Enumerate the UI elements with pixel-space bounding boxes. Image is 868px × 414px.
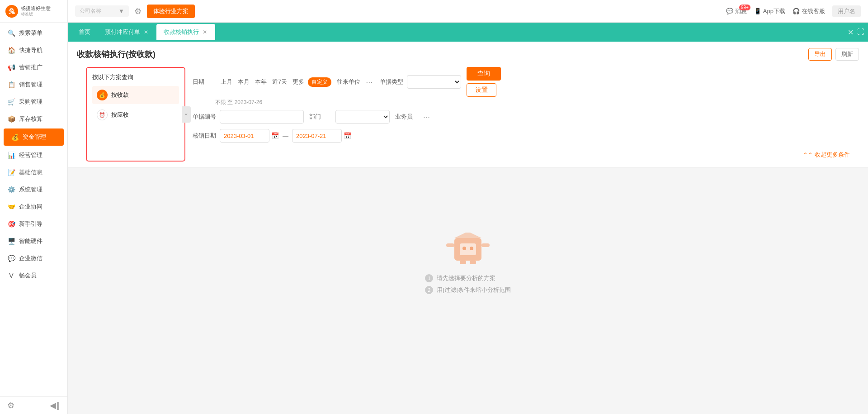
nav-label-7: 经营管理 (19, 151, 42, 159)
app-download-label: App下载 (763, 7, 785, 15)
nav-label-10: 企业协同 (19, 203, 42, 211)
nav-icon-4: 🛒 (7, 98, 15, 105)
verify-date-start-input[interactable] (220, 129, 269, 143)
verify-date-range: 📅 — 📅 (220, 129, 351, 143)
filter-row-2: 单据编号 部门 业务员 ··· (193, 110, 850, 124)
chevron-up-icon: ⌃⌃ (803, 152, 813, 158)
doc-no-label: 单据编号 (193, 113, 216, 121)
company-selector[interactable]: 公司名称 ▼ (75, 5, 129, 17)
sidebar-item-资金管理[interactable]: 💰资金管理 (4, 128, 64, 146)
last-7days-shortcut[interactable]: 近7天 (270, 77, 289, 87)
topbar-right: 💬 消息 99+ 📱 App下载 🎧 在线客服 用户名 (726, 5, 861, 17)
tip-num-2: 2 (425, 286, 433, 294)
expand-icon[interactable]: ⛶ (857, 28, 864, 37)
start-calendar-icon[interactable]: 📅 (271, 132, 279, 139)
sidebar-item-采购管理[interactable]: 🛒采购管理 (0, 93, 67, 110)
sidebar-item-营销推广[interactable]: 📢营销推广 (0, 59, 67, 76)
tab-collection-verification[interactable]: 收款核销执行 ✕ (156, 24, 215, 40)
empty-illustration (441, 220, 495, 265)
doc-type-select[interactable] (407, 75, 461, 89)
dept-field: 部门 (309, 110, 390, 124)
tab-home[interactable]: 首页 (71, 24, 98, 40)
user-name: 用户名 (838, 8, 855, 14)
refresh-button[interactable]: 刷新 (835, 48, 859, 61)
dept-select[interactable] (335, 110, 390, 124)
query-buttons: 查询 设置 (467, 67, 501, 97)
logo-text: 畅捷通好生意 (21, 5, 51, 11)
message-button[interactable]: 💬 消息 99+ (726, 7, 747, 15)
filter-panel: 按以下方案查询 💰 按收款 ⏰ 按应收 « (86, 67, 185, 162)
tab-prepay[interactable]: 预付冲应付单 ✕ (98, 24, 156, 40)
sidebar-item-新手引导[interactable]: 🎯新手引导 (0, 215, 67, 233)
sidebar-item-系统管理[interactable]: ⚙️系统管理 (0, 181, 67, 198)
sidebar-item-企业微信[interactable]: 💬企业微信 (0, 250, 67, 267)
date-label: 日期 (193, 78, 215, 86)
export-button[interactable]: 导出 (808, 48, 832, 61)
doc-no-field: 单据编号 (193, 110, 304, 124)
collapse-left-icon: « (185, 112, 188, 117)
sidebar-item-基础信息[interactable]: 📝基础信息 (0, 164, 67, 181)
message-badge: 99+ (739, 5, 750, 10)
nav-icon-9: ⚙️ (7, 186, 15, 193)
counterparty-dots-btn[interactable]: ··· (364, 77, 374, 87)
empty-svg (441, 220, 495, 265)
company-name: 公司名称 (80, 7, 116, 15)
page-title: 收款核销执行(按收款) (77, 49, 156, 60)
logo-sub: 标准版 (21, 11, 51, 17)
query-button[interactable]: 查询 (467, 67, 501, 81)
date-field: 日期 上月 本月 本年 近7天 更多 自定义 (193, 77, 331, 87)
nav-label-5: 库存核算 (19, 115, 42, 123)
last-month-shortcut[interactable]: 上月 (219, 77, 234, 87)
verify-date-label: 核销日期 (193, 132, 216, 140)
sidebar-item-库存核算[interactable]: 📦库存核算 (0, 110, 67, 128)
setting-button[interactable]: 设置 (467, 83, 496, 97)
prepay-tab-close-icon[interactable]: ✕ (143, 28, 149, 36)
online-service-label: 在线客服 (802, 7, 825, 15)
gear-icon[interactable]: ⚙ (134, 6, 142, 16)
app-download-button[interactable]: 📱 App下载 (754, 7, 785, 15)
doc-no-input[interactable] (220, 110, 304, 124)
dept-label: 部门 (309, 113, 332, 121)
filter-option-by-receipt[interactable]: 💰 按收款 (92, 86, 179, 104)
this-year-shortcut[interactable]: 本年 (253, 77, 269, 87)
svg-rect-4 (460, 261, 466, 264)
nav-icon-0: 🔍 (7, 29, 15, 37)
main-area: 公司名称 ▼ ⚙ 体验行业方案 💬 消息 99+ 📱 App下载 🎧 在线客服 … (68, 0, 868, 414)
online-service-button[interactable]: 🎧 在线客服 (793, 7, 825, 15)
svg-point-3 (470, 247, 473, 250)
page-content: 收款核销执行(按收款) 导出 刷新 按以下方案查询 💰 按收款 (68, 42, 868, 414)
nav-icon-8: 📝 (7, 169, 15, 176)
sidebar-item-搜索菜单[interactable]: 🔍搜索菜单 (0, 24, 67, 42)
end-calendar-icon[interactable]: 📅 (344, 132, 351, 139)
svg-point-2 (462, 247, 466, 250)
sidebar-item-企业协同[interactable]: 🤝企业协同 (0, 198, 67, 215)
sidebar-item-智能硬件[interactable]: 🖥️智能硬件 (0, 233, 67, 250)
settings-icon[interactable]: ⚙ (7, 400, 14, 410)
counterparty-field: 往来单位 ··· (337, 77, 374, 87)
close-window-icon[interactable]: ✕ (848, 28, 854, 37)
sidebar-item-快捷导航[interactable]: 🏠快捷导航 (0, 42, 67, 59)
collapse-more-button[interactable]: ⌃⌃ 收起更多条件 (193, 148, 850, 162)
nav-icon-1: 🏠 (7, 47, 15, 54)
sidebar-item-销售管理[interactable]: 📋销售管理 (0, 76, 67, 93)
nav-label-12: 智能硬件 (19, 237, 42, 245)
by-receipt-label: 按收款 (111, 91, 129, 99)
industry-solution-button[interactable]: 体验行业方案 (147, 5, 195, 18)
filter-panel-collapse-button[interactable]: « (182, 106, 191, 123)
this-month-shortcut[interactable]: 本月 (236, 77, 251, 87)
more-date-shortcut[interactable]: 更多 (291, 77, 306, 87)
filter-option-by-receivable[interactable]: ⏰ 按应收 (92, 106, 179, 124)
user-menu[interactable]: 用户名 (832, 5, 861, 17)
receivable-icon: ⏰ (97, 109, 108, 120)
sidebar-item-畅会员[interactable]: V畅会员 (0, 267, 67, 284)
collection-tab-close-icon[interactable]: ✕ (202, 28, 208, 36)
custom-date-tag[interactable]: 自定义 (308, 77, 331, 87)
verify-date-end-input[interactable] (292, 129, 342, 143)
sidebar-item-经营管理[interactable]: 📊经营管理 (0, 147, 67, 164)
collapse-sidebar-icon[interactable]: ◀‖ (50, 400, 60, 410)
filter-panel-title: 按以下方案查询 (92, 73, 179, 81)
headset-icon: 🎧 (793, 8, 800, 14)
prepay-tab-label: 预付冲应付单 (105, 28, 140, 36)
staff-dots-btn[interactable]: ··· (421, 112, 432, 122)
svg-rect-6 (446, 243, 454, 247)
